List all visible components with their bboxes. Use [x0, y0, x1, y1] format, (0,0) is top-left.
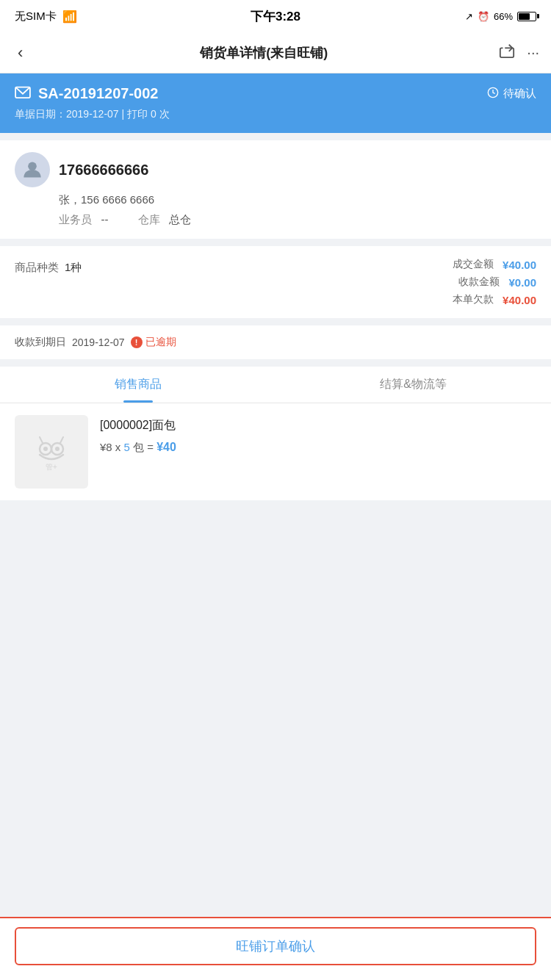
salesperson-label: 业务员	[59, 213, 92, 226]
order-status: 待确认	[487, 87, 536, 101]
svg-point-7	[55, 447, 60, 451]
alarm-icon: ⏰	[478, 11, 489, 22]
warehouse-label: 仓库	[138, 213, 160, 226]
tabs-row: 销售商品 结算&物流等	[0, 367, 551, 403]
product-image: 管+	[15, 415, 88, 489]
product-quantity: 5	[124, 441, 130, 453]
transaction-amount-value: ¥40.00	[503, 259, 536, 271]
svg-point-6	[43, 447, 48, 451]
overdue-badge: ! 已逾期	[131, 336, 176, 349]
svg-text:管+: 管+	[46, 463, 57, 471]
product-types-value: 1种	[65, 261, 82, 275]
clock-icon	[487, 87, 499, 101]
share-icon[interactable]	[499, 43, 515, 62]
received-amount-value: ¥0.00	[508, 276, 536, 289]
status-bar-right: ↗ ⏰ 66%	[465, 11, 536, 22]
product-name: [0000002]面包	[100, 418, 536, 433]
amounts: 成交金额 ¥40.00 收款金额 ¥0.00 本单欠款 ¥40.00	[453, 258, 536, 306]
product-info: [0000002]面包 ¥8 x 5 包 = ¥40	[100, 415, 536, 455]
status-bar: 无SIM卡 📶 下午3:28 ↗ ⏰ 66%	[0, 0, 551, 32]
due-date-label: 收款到期日	[15, 336, 66, 349]
order-icon	[15, 85, 31, 102]
product-count: 商品种类 1种	[15, 258, 82, 275]
tabs-section: 销售商品 结算&物流等 管+ [00000	[0, 367, 551, 500]
overdue-dot-icon: !	[131, 336, 143, 348]
tab-settlement-logistics[interactable]: 结算&物流等	[276, 367, 551, 403]
arrears-label: 本单欠款	[453, 293, 494, 306]
product-total: ¥40	[156, 441, 176, 453]
spacer	[0, 500, 551, 706]
nav-actions: ···	[499, 43, 539, 62]
carrier-label: 无SIM卡	[15, 10, 57, 24]
due-date-value: 2019-12-07	[72, 336, 125, 348]
summary-section: 商品种类 1种 成交金额 ¥40.00 收款金额 ¥0.00 本单欠款 ¥40.…	[0, 246, 551, 318]
customer-contact: 张，156 6666 6666	[59, 193, 536, 207]
back-button[interactable]: ‹	[12, 37, 29, 68]
product-price: ¥8	[100, 441, 112, 453]
page-title: 销货单详情(来自旺铺)	[200, 44, 328, 62]
customer-avatar	[15, 152, 50, 187]
overdue-text: 已逾期	[145, 336, 176, 349]
salesperson-value: --	[101, 213, 109, 226]
product-calc: ¥8 x 5 包 = ¥40	[100, 441, 536, 455]
customer-phone: 17666666666	[59, 162, 148, 179]
product-section: 管+ [0000002]面包 ¥8 x 5 包 = ¥40	[0, 403, 551, 500]
order-header: SA-20191207-002 待确认 单据日期：2019-12-07 | 打印…	[0, 73, 551, 133]
tab-sales-products[interactable]: 销售商品	[0, 367, 276, 403]
product-unit: 包	[133, 441, 144, 453]
wifi-icon: 📶	[62, 10, 77, 24]
warehouse-value: 总仓	[169, 213, 191, 226]
status-bar-left: 无SIM卡 📶	[15, 10, 77, 24]
received-amount-label: 收款金额	[458, 275, 500, 289]
customer-meta: 业务员 -- 仓库 总仓	[59, 213, 536, 227]
order-number: SA-20191207-002	[38, 85, 158, 102]
arrears-value: ¥40.00	[503, 294, 536, 306]
transaction-amount-label: 成交金额	[453, 258, 494, 271]
more-icon[interactable]: ···	[527, 44, 539, 61]
confirm-order-button[interactable]: 旺铺订单确认	[15, 927, 536, 965]
battery-percent: 66%	[494, 11, 513, 22]
product-types-label: 商品种类	[15, 261, 59, 275]
due-section: 收款到期日 2019-12-07 ! 已逾期	[0, 325, 551, 359]
status-bar-time: 下午3:28	[251, 8, 300, 25]
product-item: 管+ [0000002]面包 ¥8 x 5 包 = ¥40	[15, 415, 536, 489]
nav-bar: ‹ 销货单详情(来自旺铺) ···	[0, 32, 551, 73]
order-date: 单据日期：2019-12-07 | 打印 0 次	[15, 108, 536, 121]
location-icon: ↗	[465, 11, 473, 22]
svg-point-3	[28, 162, 37, 171]
bottom-bar: 旺铺订单确认	[0, 917, 551, 980]
status-text: 待确认	[503, 87, 536, 101]
customer-section: 17666666666 张，156 6666 6666 业务员 -- 仓库 总仓	[0, 140, 551, 239]
battery-icon	[517, 12, 536, 21]
